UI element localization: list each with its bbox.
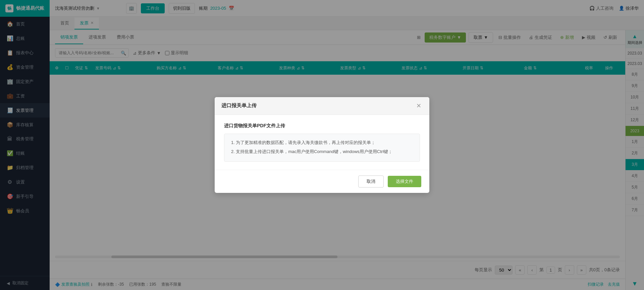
dialog-title: 进口报关单上传 bbox=[221, 102, 257, 109]
info-item-1: 1. 为了更加精准的数据匹配，请先录入海关缴款书，再上传对应的报关单； bbox=[231, 139, 414, 146]
upload-section-title: 进口货物报关单PDF文件上传 bbox=[224, 123, 420, 129]
dialog-footer: 取消 选择文件 bbox=[215, 170, 429, 193]
info-item-2: 2. 支持批量上传进口报关单，mac用户使用Command键，windows用户… bbox=[231, 148, 414, 155]
dialog-body: 进口货物报关单PDF文件上传 1. 为了更加精准的数据匹配，请先录入海关缴款书，… bbox=[215, 115, 429, 170]
import-dialog: 进口报关单上传 ✕ 进口货物报关单PDF文件上传 1. 为了更加精准的数据匹配，… bbox=[215, 97, 429, 193]
dialog-info-box: 1. 为了更加精准的数据匹配，请先录入海关缴款书，再上传对应的报关单； 2. 支… bbox=[224, 134, 420, 162]
dialog-header: 进口报关单上传 ✕ bbox=[215, 97, 429, 115]
dialog-select-file-button[interactable]: 选择文件 bbox=[388, 176, 421, 187]
dialog-cancel-button[interactable]: 取消 bbox=[358, 175, 384, 188]
dialog-close-button[interactable]: ✕ bbox=[415, 102, 423, 110]
modal-overlay[interactable]: 进口报关单上传 ✕ 进口货物报关单PDF文件上传 1. 为了更加精准的数据匹配，… bbox=[0, 0, 644, 290]
